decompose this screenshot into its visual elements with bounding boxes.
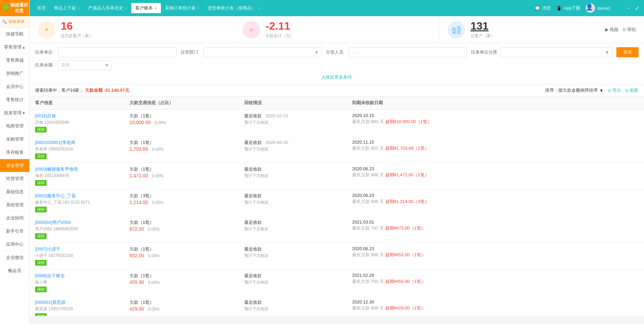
tab-product-shelf[interactable]: 商品上下架 ×: [50, 3, 84, 13]
debt-container-5: 欠款（1笔） 652.00 0.00%: [130, 246, 160, 258]
sidebar-item-retail-mgmt[interactable]: 零售管理 ▲: [0, 41, 29, 54]
debt-row-2: 欠款（1笔） 1,471.00 0.00%: [130, 166, 233, 178]
message-btn[interactable]: 💬 消息: [535, 5, 551, 11]
tab-product-history-close[interactable]: ×: [125, 6, 127, 10]
minimize-btn[interactable]: －: [625, 4, 633, 12]
tab-home[interactable]: 首页: [33, 3, 50, 13]
tab-product-history[interactable]: 产成品入库单历史 ×: [84, 3, 131, 13]
sidebar-item-retail-store[interactable]: 零售商城: [0, 54, 29, 67]
cell-customer-info-3: [0002]服务中心_丁磊 服务中心_丁磊 181 0125 8371 现销: [30, 189, 124, 216]
overdue-detail-2: 最长欠款 998 天 超期¥1,471.00（1笔）: [352, 172, 639, 178]
debt-percent-7: 0.00%: [148, 307, 160, 312]
search-button[interactable]: 查询: [616, 47, 639, 57]
customer-name-5[interactable]: [0007]小进干: [35, 246, 119, 252]
tab-purchase-order[interactable]: 采购订单统计表 ×: [161, 3, 204, 13]
cell-collection-7: 最近收款 预计下次收款: [239, 296, 347, 316]
help-btn[interactable]: ⊙ 帮助: [622, 27, 636, 33]
overdue-amount-5[interactable]: 超期¥652.00（1笔）: [385, 252, 425, 257]
tab-bar: 首页 商品上下架 × 产成品入库单历史 × 客户账本 × 采购订单统计表 × 进…: [33, 3, 534, 13]
overdue-amount-4[interactable]: 超期¥672.00（1笔）: [385, 226, 425, 231]
cell-collection-5: 最近收款 预计下次收款: [239, 243, 347, 269]
customer-name-2[interactable]: [0003]畅捷服务尹海燕: [35, 166, 119, 172]
debt-count-0: 欠款（1笔）: [130, 113, 166, 119]
customer-name-7[interactable]: [000001]黄思源: [35, 299, 119, 305]
cell-debt-info-1: 欠款（1笔） 1,703.68 0.00%: [124, 136, 239, 163]
tab-customer-account[interactable]: 客户账本 ×: [131, 3, 161, 13]
sidebar-item-retail-stats[interactable]: 零售统计: [0, 93, 29, 107]
department-select[interactable]: ▼: [203, 47, 322, 57]
balance-select[interactable]: 选择... ▼: [58, 60, 112, 70]
customer-name-0[interactable]: [0016]吕俊: [35, 113, 119, 119]
sidebar-item-operations[interactable]: 经营管理: [0, 172, 29, 185]
sidebar-item-wechat[interactable]: 企业微信: [0, 251, 29, 264]
tab-product-shelf-close[interactable]: ×: [78, 6, 80, 10]
sort-select[interactable]: 排序：按欠款金额倒序排序 ▼: [545, 87, 604, 93]
sort-arrow-icon: ▼: [599, 88, 604, 93]
department-arrow: ▼: [314, 50, 319, 55]
customer-contact-1: 李老师 18600391516: [35, 146, 119, 152]
app-download-btn[interactable]: 📱 App下载: [556, 5, 580, 11]
tab-purchase-stats[interactable]: 进货单统计表（按商品） ×: [203, 3, 264, 13]
user-menu[interactable]: 👤 demo2: [586, 3, 611, 13]
search-menu-item[interactable]: 🔍 搜索菜单: [0, 16, 29, 28]
overdue-date-1: 2020.11.15: [352, 140, 639, 145]
table-scroll-area: 客户信息 欠款交易信息（占比） 回收情况 到期未收款日期 [0016]吕俊 吕俊…: [30, 96, 644, 316]
export-btn[interactable]: ⊙ 导出: [608, 87, 621, 93]
filter-customer-unit-label: 往来单位: [35, 49, 55, 55]
overdue-amount-3[interactable]: 超期¥1,214.00（3笔）: [385, 199, 429, 204]
overdue-date-6: 2021.02.26: [352, 273, 639, 278]
collection-label-0: 最近收款: [244, 113, 262, 118]
cell-collection-0: 最近收款 2020-10-15 预计下次收款: [239, 110, 347, 136]
video-btn[interactable]: ▶ 视频: [605, 27, 618, 33]
collection-label-3: 最近收款: [244, 193, 262, 198]
sidebar-item-vip[interactable]: 畅会员: [0, 264, 29, 277]
sidebar-item-system[interactable]: 系统管理: [0, 199, 29, 212]
overdue-amount-7[interactable]: 超期¥429.00（1笔）: [385, 305, 425, 311]
overdue-amount-6[interactable]: 超期¥455.90（1笔）: [385, 279, 425, 284]
debt-container-1: 欠款（1笔） 1,703.68 0.00%: [130, 140, 164, 152]
maximize-btn[interactable]: ⤢: [634, 4, 641, 12]
sidebar-item-purchase[interactable]: 采购管理: [0, 133, 29, 146]
sidebar-item-guide[interactable]: 新手引导: [0, 225, 29, 238]
sidebar-item-finance[interactable]: 资金管理: [0, 159, 29, 172]
sidebar-item-batch-mgmt[interactable]: 批发管理 ▼: [0, 107, 29, 120]
sidebar-item-ecommerce[interactable]: 电商管理: [0, 120, 29, 133]
customer-name-4[interactable]: [000002]用户2050: [35, 219, 119, 226]
overdue-amount-0[interactable]: 超期¥10,000.00（1笔）: [385, 119, 431, 124]
tab-purchase-order-close[interactable]: ×: [198, 6, 200, 10]
overdue-detail-6: 最长欠款 750 天 超期¥455.90（1笔）: [352, 278, 639, 285]
debt-count-7: 欠款（1笔）: [130, 299, 160, 305]
collection-label-6: 最近收款: [244, 273, 262, 278]
customer-unit-input[interactable]: ···: [58, 47, 176, 57]
collection-sub-5: 预计下次收款: [244, 253, 341, 259]
debt-percent-2: 0.00%: [152, 174, 164, 178]
unit-category-select[interactable]: ▼: [500, 47, 612, 57]
manager-input[interactable]: ···: [349, 47, 467, 57]
collapse-filters-row[interactable]: ⋀ 收起更多条件: [35, 73, 639, 82]
sidebar-item-quick-nav[interactable]: 快捷导航: [0, 28, 29, 41]
overdue-days-3: 最长欠款 998 天: [352, 199, 385, 204]
sidebar-item-app-center[interactable]: 应用中心: [0, 238, 29, 251]
sidebar-label-finance: 资金管理: [6, 163, 24, 169]
sidebar-item-marketing[interactable]: 营销推广: [0, 67, 29, 80]
overdue-amount-2[interactable]: 超期¥1,471.00（1笔）: [385, 172, 429, 177]
sidebar-item-enterprise[interactable]: 企业协同: [0, 212, 29, 225]
cell-debt-info-0: 欠款（1笔） 10,000.00 0.00%: [124, 110, 239, 136]
tab-customer-account-close[interactable]: ×: [155, 6, 157, 10]
customer-name-1[interactable]: [0001020001]李老师: [35, 140, 119, 146]
customer-name-6[interactable]: [0006]去下粮仓: [35, 273, 119, 279]
customer-unit-placeholder: ···: [61, 50, 68, 55]
sidebar-item-inventory[interactable]: 库存核算: [0, 146, 29, 159]
app-logo: 🍀 畅捷通好生意: [0, 0, 29, 16]
refresh-btn[interactable]: ⊙ 刷新: [625, 87, 639, 93]
cell-customer-info-7: [000001]黄思源 黄思源 13552700226 现销: [30, 296, 124, 316]
cell-overdue-5: 2020.06.23 最长欠款 998 天 超期¥652.00（1笔）: [347, 243, 644, 269]
sidebar-item-basic-info[interactable]: 基础信息: [0, 185, 29, 199]
collection-sub-4: 预计下次收款: [244, 226, 341, 232]
table-row: [0006]去下粮仓 陈小希 现销 欠款（1笔） 455.90 0.00%: [30, 269, 644, 296]
tab-purchase-order-label: 采购订单统计表: [165, 5, 196, 11]
tab-purchase-stats-close[interactable]: ×: [258, 6, 260, 10]
customer-name-3[interactable]: [0002]服务中心_丁磊: [35, 193, 119, 199]
sidebar-item-member[interactable]: 会员中心: [0, 80, 29, 93]
overdue-amount-1[interactable]: 超期¥1,703.68（1笔）: [385, 146, 429, 151]
